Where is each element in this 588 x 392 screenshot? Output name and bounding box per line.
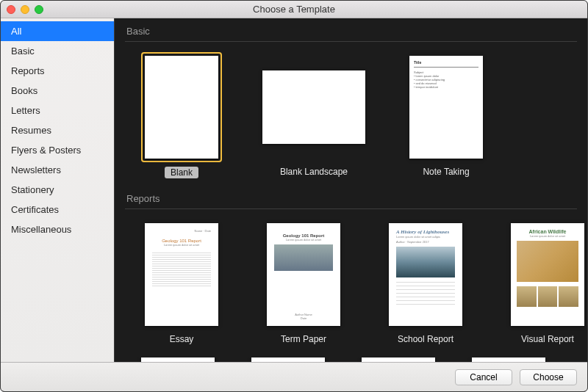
sidebar-item-resumes[interactable]: Resumes: [1, 120, 114, 140]
titlebar: Choose a Template: [1, 1, 587, 18]
template-label: Visual Report: [521, 334, 574, 344]
section-header-basic: Basic: [125, 24, 577, 41]
section-divider: [125, 208, 577, 209]
footer: Cancel Choose: [1, 362, 587, 391]
sidebar-item-basic[interactable]: Basic: [1, 41, 114, 61]
template-label: Blank Landscape: [280, 167, 348, 177]
sidebar-item-miscellaneous[interactable]: Miscellaneous: [1, 219, 114, 239]
sidebar-item-letters[interactable]: Letters: [1, 101, 114, 120]
cancel-button[interactable]: Cancel: [455, 369, 512, 385]
template-school-report[interactable]: A History of Lighthouses Lorem ipsum dol…: [385, 219, 466, 344]
window-controls: [7, 5, 43, 14]
template-label: Essay: [170, 334, 194, 344]
template-label: Blank: [165, 167, 198, 178]
window-body: All Basic Reports Books Letters Resumes …: [1, 18, 587, 362]
close-icon[interactable]: [7, 5, 15, 14]
sidebar-item-stationery[interactable]: Stationery: [1, 180, 114, 200]
sidebar-item-reports[interactable]: Reports: [1, 61, 114, 81]
template-thumb: African Wildlife Lorem ipsum dolor sit a…: [511, 223, 584, 326]
sidebar-item-all[interactable]: All: [1, 21, 114, 41]
sidebar-item-newsletters[interactable]: Newsletters: [1, 160, 114, 180]
template-essay[interactable]: Name · Date Geology 101 Report Lorem ips…: [141, 219, 222, 344]
template-thumb: Title Subject• lorem ipsum dolor• consec…: [409, 56, 483, 159]
template-chooser-window: Choose a Template All Basic Reports Book…: [0, 0, 588, 392]
template-grid[interactable]: Basic Blank Blank Landscape Title: [115, 18, 587, 362]
template-blank-landscape[interactable]: Blank Landscape: [259, 52, 369, 178]
template-visual-report[interactable]: African Wildlife Lorem ipsum dolor sit a…: [507, 219, 587, 344]
template-term-paper[interactable]: Geology 101 Report Lorem ipsum dolor sit…: [263, 219, 344, 344]
sidebar-item-flyers-posters[interactable]: Flyers & Posters: [1, 140, 114, 160]
template-label: School Report: [398, 334, 453, 344]
sidebar: All Basic Reports Books Letters Resumes …: [1, 18, 115, 362]
template-thumb: Name · Date Geology 101 Report Lorem ips…: [145, 223, 218, 326]
template-thumb: Geology 101 Report Lorem ipsum dolor sit…: [267, 223, 340, 326]
zoom-icon[interactable]: [35, 5, 43, 14]
template-label: Term Paper: [281, 334, 326, 344]
section-reports-grid: Name · Date Geology 101 Report Lorem ips…: [125, 219, 577, 344]
template-note-taking[interactable]: Title Subject• lorem ipsum dolor• consec…: [406, 52, 487, 178]
section-divider: [125, 41, 577, 42]
template-blank[interactable]: Blank: [141, 52, 222, 178]
template-label: Note Taking: [423, 167, 469, 177]
sidebar-item-books[interactable]: Books: [1, 81, 114, 101]
section-header-reports: Reports: [125, 192, 577, 208]
window-title: Choose a Template: [1, 4, 587, 15]
choose-button[interactable]: Choose: [520, 369, 577, 385]
template-thumb: [262, 70, 365, 144]
template-thumb: [145, 56, 218, 159]
template-thumb: A History of Lighthouses Lorem ipsum dol…: [389, 223, 462, 326]
minimize-icon[interactable]: [21, 5, 29, 14]
section-basic-grid: Blank Blank Landscape Title Subject• lor…: [125, 52, 577, 178]
sidebar-item-certificates[interactable]: Certificates: [1, 200, 114, 219]
